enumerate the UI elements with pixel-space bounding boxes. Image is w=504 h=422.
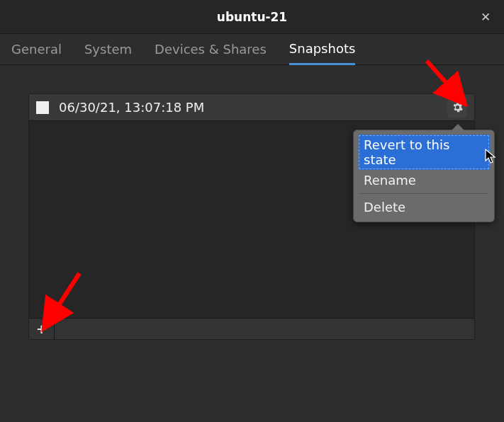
menu-item-revert[interactable]: Revert to this state	[358, 135, 490, 170]
tab-general[interactable]: General	[11, 34, 62, 65]
titlebar: ubuntu-21 ✕	[0, 0, 504, 34]
tab-devices-shares[interactable]: Devices & Shares	[155, 34, 267, 65]
close-button[interactable]: ✕	[474, 0, 497, 34]
snapshot-thumbnail-icon	[36, 101, 49, 114]
close-icon: ✕	[481, 10, 491, 24]
gear-icon	[452, 102, 463, 113]
menu-item-delete[interactable]: Delete	[358, 197, 490, 217]
snapshot-timestamp: 06/30/21, 13:07:18 PM	[59, 100, 447, 115]
add-snapshot-button[interactable]: +	[29, 319, 55, 339]
snapshot-settings-button[interactable]	[447, 98, 467, 118]
window-title: ubuntu-21	[217, 10, 287, 24]
plus-icon: +	[36, 321, 47, 336]
snapshot-row[interactable]: 06/30/21, 13:07:18 PM	[29, 94, 474, 121]
menu-separator	[359, 193, 488, 194]
tab-snapshots[interactable]: Snapshots	[289, 34, 356, 65]
snapshot-actions-menu: Revert to this state Rename Delete	[353, 130, 495, 222]
tab-system[interactable]: System	[84, 34, 132, 65]
snapshot-list-toolbar: +	[29, 318, 474, 339]
menu-item-rename[interactable]: Rename	[358, 170, 490, 190]
tab-bar: General System Devices & Shares Snapshot…	[0, 34, 504, 65]
